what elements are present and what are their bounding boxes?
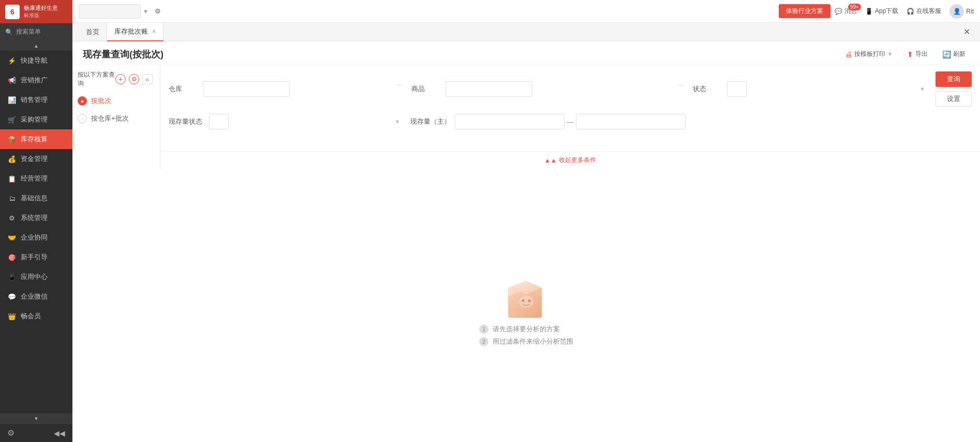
scheme-panel: 按以下方案查询 + ⚙ « ● 按批次 ○ 按仓库+批次 (72, 65, 160, 169)
qty-min-input[interactable] (455, 114, 565, 129)
tip-text-2: 用过滤条件来缩小分析范围 (493, 337, 573, 346)
basic-icon: 🗂 (7, 194, 17, 203)
query-btn[interactable]: 查询 (936, 71, 972, 87)
scheme-dot-inactive: ○ (78, 114, 87, 123)
message-btn[interactable]: 💬 消息 99+ (835, 7, 857, 16)
sidebar-item-sales[interactable]: 📊 销售管理 (0, 90, 72, 110)
sidebar-item-finance[interactable]: 💰 资金管理 (0, 149, 72, 169)
topbar-right: 💬 消息 99+ 📱 App下载 🎧 在线客服 👤 Rit (835, 4, 974, 19)
sidebar: 6 畅康通好生意 标准版 🔍 搜索菜单 ▲ ⚡ 快捷导航 📢 营销推广 📊 销售… (0, 0, 72, 442)
print-btn[interactable]: 🖨 按模板打印 ▼ (841, 48, 897, 61)
sidebar-item-newbie[interactable]: 🎯 新手引导 (0, 247, 72, 267)
collapse-bar[interactable]: ▲▲ 收起更多条件 (160, 151, 980, 169)
newbie-icon: 🎯 (7, 253, 17, 262)
sidebar-item-label: 资金管理 (21, 154, 48, 164)
settings-scheme-btn[interactable]: ⚙ (129, 74, 139, 84)
collapse-label: 收起更多条件 (559, 156, 596, 165)
message-badge: 99+ (848, 4, 861, 10)
operations-icon: 📋 (7, 174, 17, 183)
app-title: 畅康通好生意 (24, 4, 58, 11)
membership-icon: 👑 (7, 312, 17, 321)
filter-form-wrapper: 仓库 ··· 商品 ··· (160, 65, 980, 169)
system-icon: ⚙ (7, 213, 17, 223)
sidebar-item-label: 经营管理 (21, 174, 48, 183)
sidebar-item-operations[interactable]: 📋 经营管理 (0, 169, 72, 188)
sidebar-scroll-area: ⚡ 快捷导航 📢 营销推广 📊 销售管理 🛒 采购管理 📦 库存核算 💰 资金管… (0, 51, 72, 413)
sidebar-item-purchase[interactable]: 🛒 采购管理 (0, 110, 72, 129)
scheme-item-warehouse-batch[interactable]: ○ 按仓库+批次 (72, 110, 160, 127)
inventory-status-label: 现存量状态 (169, 117, 206, 126)
product-input[interactable] (446, 81, 532, 97)
page-title: 现存量查询(按批次) (83, 48, 164, 61)
refresh-btn[interactable]: 🔄 刷新 (938, 48, 970, 61)
sidebar-item-enterprise[interactable]: 🤝 企业协同 (0, 228, 72, 247)
export-label: 导出 (915, 50, 928, 58)
finance-icon: 💰 (7, 154, 17, 164)
tab-inventory-batch-label: 库存批次账 (114, 27, 148, 36)
sidebar-item-inventory[interactable]: 📦 库存核算 (0, 129, 72, 149)
collapse-sidebar-icon[interactable]: ◀◀ (54, 429, 65, 437)
qty-max-input[interactable] (576, 114, 686, 129)
app-download-icon: 📱 (865, 8, 873, 15)
inventory-status-select[interactable] (209, 114, 229, 129)
sidebar-item-appstore[interactable]: 📱 应用中心 (0, 267, 72, 287)
trial-btn[interactable]: 体验行业方案 (779, 4, 830, 18)
empty-tip-1: 1 请先选择要分析的方案 (479, 325, 573, 334)
settings-btn[interactable]: 设置 (936, 91, 972, 107)
page-actions: 🖨 按模板打印 ▼ ⬆ 导出 🔄 刷新 (841, 48, 970, 61)
filter-row-2: 现存量状态 ▼ 现存量（主） (169, 114, 972, 129)
sidebar-item-label: 快捷导航 (21, 56, 48, 65)
sidebar-scroll-up[interactable]: ▲ (0, 40, 72, 51)
scheme-item-batch[interactable]: ● 按批次 (72, 92, 160, 110)
export-btn[interactable]: ⬆ 导出 (903, 48, 932, 61)
inventory-qty-field: 现存量（主） — (410, 114, 685, 129)
sidebar-scroll-down[interactable]: ▼ (0, 413, 72, 423)
tip-num-1: 1 (479, 325, 488, 334)
scheme-item-label: 按批次 (91, 96, 111, 106)
user-menu[interactable]: 👤 Rit (949, 4, 974, 19)
status-chevron-icon: ▼ (919, 86, 925, 92)
sidebar-item-label: 系统管理 (21, 213, 48, 223)
customer-service-btn[interactable]: 🎧 在线客服 (907, 7, 941, 16)
empty-state: 1 请先选择要分析的方案 2 用过滤条件来缩小分析范围 (72, 169, 980, 442)
sidebar-item-label: 库存核算 (21, 135, 48, 144)
sidebar-search[interactable]: 🔍 搜索菜单 (0, 23, 72, 40)
sidebar-item-basic[interactable]: 🗂 基础信息 (0, 188, 72, 208)
sidebar-item-label: 企业微信 (21, 292, 48, 301)
topbar: ▼ ⚙ 体验行业方案 💬 消息 99+ 📱 App下载 🎧 在线客服 👤 (72, 0, 980, 23)
topbar-chevron-icon[interactable]: ▼ (143, 8, 149, 14)
product-label: 商品 (411, 84, 442, 94)
filter-section: 按以下方案查询 + ⚙ « ● 按批次 ○ 按仓库+批次 (72, 65, 980, 169)
warehouse-field: 仓库 ··· (169, 81, 405, 97)
inventory-qty-label: 现存量（主） (410, 117, 452, 126)
print-chevron-icon: ▼ (887, 51, 893, 57)
collapse-scheme-icon[interactable]: « (142, 74, 153, 84)
add-scheme-btn[interactable]: + (115, 74, 126, 84)
sidebar-item-system[interactable]: ⚙ 系统管理 (0, 208, 72, 228)
panel-close-btn[interactable]: ✕ (959, 25, 974, 39)
empty-tip-2: 2 用过滤条件来缩小分析范围 (479, 337, 573, 346)
svg-point-4 (519, 296, 533, 308)
warehouse-more-icon[interactable]: ··· (397, 81, 402, 89)
warehouse-input[interactable] (203, 81, 290, 97)
status-label: 状态 (693, 84, 724, 94)
sidebar-item-wechat[interactable]: 💬 企业微信 (0, 287, 72, 306)
topbar-gear-icon[interactable]: ⚙ (151, 4, 165, 19)
tab-inventory-batch[interactable]: 库存批次账 × (107, 23, 164, 41)
sidebar-item-marketing[interactable]: 📢 营销推广 (0, 70, 72, 90)
inventory-status-chevron-icon: ▼ (394, 119, 400, 125)
refresh-label: 刷新 (953, 50, 966, 58)
settings-footer-icon[interactable]: ⚙ (7, 428, 14, 438)
sidebar-item-label: 企业协同 (21, 233, 48, 242)
sidebar-item-membership[interactable]: 👑 畅会员 (0, 306, 72, 326)
topbar-search-input[interactable] (79, 4, 141, 19)
tab-close-icon[interactable]: × (152, 28, 156, 35)
quick-nav-icon: ⚡ (7, 56, 17, 65)
scheme-item-label: 按仓库+批次 (91, 114, 129, 123)
app-download-btn[interactable]: 📱 App下载 (865, 7, 898, 16)
tab-home[interactable]: 首页 (79, 23, 107, 41)
product-more-icon[interactable]: ··· (678, 81, 684, 89)
export-icon: ⬆ (907, 50, 913, 58)
sidebar-item-quick-nav[interactable]: ⚡ 快捷导航 (0, 51, 72, 70)
status-select[interactable] (727, 81, 747, 97)
